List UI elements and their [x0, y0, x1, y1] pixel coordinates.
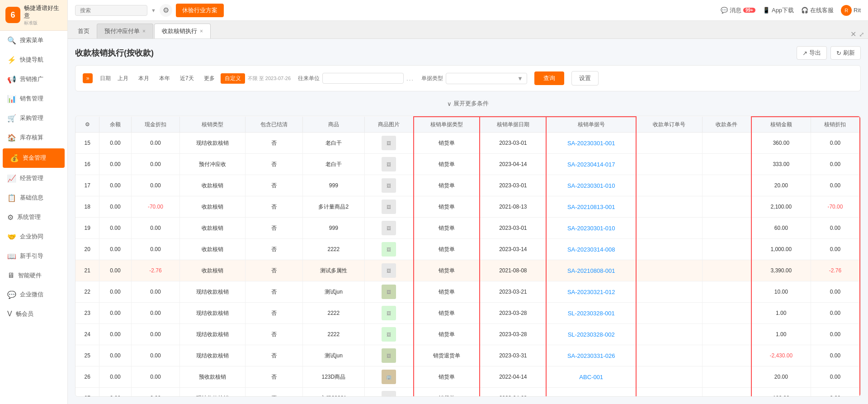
- date-custom[interactable]: 自定义: [221, 73, 245, 84]
- tab-receipts[interactable]: 收款核销执行 ×: [154, 24, 211, 38]
- date-more[interactable]: 更多: [200, 73, 219, 84]
- doc-no-link[interactable]: ABC-001: [579, 374, 603, 380]
- cell-receipt-order: [636, 175, 702, 196]
- cell-balance: 0.00: [99, 218, 131, 239]
- date-7-days[interactable]: 近7天: [176, 73, 198, 84]
- from-unit-input[interactable]: [322, 73, 404, 84]
- cell-included: 否: [245, 345, 302, 366]
- col-settings[interactable]: ⚙: [75, 117, 99, 133]
- sidebar-item-系统管理[interactable]: ⚙系统管理: [0, 208, 67, 227]
- cell-receipt-condition: [702, 154, 751, 175]
- goods-thumb: 🖼: [382, 136, 396, 150]
- sidebar-item-库存核算[interactable]: 🏠库存核算: [0, 128, 67, 147]
- app-download-action[interactable]: 📱 App下载: [763, 6, 794, 14]
- doc-no-link[interactable]: SA-20230314-008: [567, 246, 615, 253]
- cell-balance: 0.00: [99, 324, 131, 345]
- filter-settings-button[interactable]: 设置: [571, 71, 599, 86]
- doc-no-link[interactable]: SA-20230301-001: [567, 140, 615, 147]
- table-row: 27 0.00 0.00 现结收款核销 否 衣服00001 🖼 销货单 2023…: [75, 388, 860, 397]
- sidebar-item-资金管理[interactable]: 💰资金管理: [3, 148, 65, 168]
- cell-cash-discount: 0.00: [131, 366, 180, 388]
- sidebar-item-快捷导航[interactable]: ⚡快捷导航: [0, 50, 67, 70]
- cell-doc-type: 销货单: [414, 303, 480, 324]
- cell-id: 18: [75, 196, 99, 218]
- expand-more-conditions[interactable]: ∨ 展开更多条件: [75, 97, 861, 110]
- cell-receipt-order: [636, 388, 702, 397]
- cell-receipt-order: [636, 303, 702, 324]
- doc-no-link[interactable]: SA-20210813-001: [567, 204, 615, 210]
- cell-doc-date: 2023-04-08: [480, 388, 546, 397]
- sidebar-item-营销推广[interactable]: 📢营销推广: [0, 70, 67, 89]
- sidebar-item-智能硬件[interactable]: 🖥智能硬件: [0, 266, 67, 285]
- cell-receipt-condition: [702, 366, 751, 388]
- sidebar-item-畅会员[interactable]: V畅会员: [0, 304, 67, 323]
- sidebar-logo: 6 畅捷通谱好生意 标准版: [0, 0, 67, 31]
- maximize-icon[interactable]: ⤢: [859, 31, 864, 38]
- doc-no-link[interactable]: SA-20230301-010: [567, 182, 615, 189]
- cell-doc-date: 2023-03-14: [480, 239, 546, 260]
- doc-no-link[interactable]: SA-20230414-017: [567, 161, 615, 168]
- cell-verify-amount: 360.00: [751, 133, 811, 154]
- sidebar-item-基础信息[interactable]: 📋基础信息: [0, 188, 67, 208]
- user-action[interactable]: R Rit: [841, 5, 861, 16]
- doc-no-link[interactable]: SL-20230328-002: [568, 331, 615, 338]
- cell-doc-type: 销货单: [414, 133, 480, 154]
- sidebar-item-企业协同[interactable]: 🤝企业协同: [0, 227, 67, 247]
- single-type-select[interactable]: ▼: [446, 73, 527, 84]
- sidebar-item-企业微信[interactable]: 💬企业微信: [0, 285, 67, 304]
- cell-id: 23: [75, 303, 99, 324]
- date-last-month[interactable]: 上月: [113, 73, 132, 84]
- industry-solution-button[interactable]: 休验行业方案: [176, 4, 224, 17]
- filter-expand-button[interactable]: »: [83, 73, 93, 83]
- tab-prepaid[interactable]: 预付冲应付单 ×: [97, 24, 153, 38]
- sidebar-item-销售管理[interactable]: 📊销售管理: [0, 89, 67, 109]
- export-button[interactable]: ↗ 导出: [797, 46, 827, 60]
- sidebar-item-搜索菜单[interactable]: 🔍搜索菜单: [0, 31, 67, 50]
- query-button[interactable]: 查询: [534, 71, 564, 85]
- goods-thumb: 🖼: [382, 327, 396, 342]
- cell-cash-discount: 0.00: [131, 303, 180, 324]
- cell-goods-img: 🏢: [364, 366, 413, 388]
- doc-no-link[interactable]: SA-20230301-010: [567, 225, 615, 232]
- header-search-input[interactable]: [75, 5, 147, 16]
- sidebar-item-新手引导[interactable]: 📖新手引导: [0, 247, 67, 266]
- sidebar-item-经营管理[interactable]: 📈经营管理: [0, 169, 67, 188]
- cell-verify-type: 现结收款核销: [180, 345, 245, 366]
- cell-doc-no: SL-20230328-001: [546, 303, 636, 324]
- cell-included: 否: [245, 366, 302, 388]
- sidebar-icon: 💬: [7, 290, 16, 299]
- doc-no-link[interactable]: SA-20230321-012: [567, 289, 615, 295]
- close-icon[interactable]: ✕: [850, 30, 856, 38]
- online-service-action[interactable]: 🎧 在线客服: [801, 6, 834, 14]
- cell-verify-discount: 0.00: [811, 324, 860, 345]
- tab-home[interactable]: 首页: [71, 24, 96, 38]
- doc-no-link[interactable]: SA-20210808-001: [567, 267, 615, 274]
- cell-receipt-order: [636, 239, 702, 260]
- doc-no-link[interactable]: SL-20230408-001: [568, 395, 615, 397]
- doc-no-link[interactable]: SA-20230331-026: [567, 352, 615, 359]
- message-action[interactable]: 💬 消息 99+: [721, 6, 755, 14]
- cell-goods-img: 🖼: [364, 239, 413, 260]
- cell-id: 19: [75, 218, 99, 239]
- cell-receipt-order: [636, 154, 702, 175]
- date-this-year[interactable]: 本年: [155, 73, 174, 84]
- cell-verify-amount: 10.00: [751, 281, 811, 303]
- refresh-button[interactable]: ↻ 刷新: [830, 46, 861, 60]
- date-filter-group: 日期 上月 本月 本年 近7天 更多 自定义 不限 至 2023-07-26: [100, 73, 291, 84]
- app-icon: 📱: [763, 7, 770, 14]
- sidebar-icon: 📈: [7, 174, 16, 183]
- doc-no-link[interactable]: SL-20230328-001: [568, 310, 615, 317]
- cell-balance: 0.00: [99, 154, 131, 175]
- tab2-close-icon[interactable]: ×: [200, 28, 203, 34]
- cell-verify-amount: 100.00: [751, 388, 811, 397]
- date-this-month[interactable]: 本月: [134, 73, 153, 84]
- cell-verify-type: 收款核销: [180, 196, 245, 218]
- cell-goods: 999: [302, 218, 364, 239]
- tab1-close-icon[interactable]: ×: [142, 28, 146, 34]
- cell-goods-img: 🖼: [364, 218, 413, 239]
- cell-balance: 0.00: [99, 366, 131, 388]
- sidebar-item-采购管理[interactable]: 🛒采购管理: [0, 109, 67, 128]
- settings-icon[interactable]: ⚙: [160, 4, 172, 17]
- service-icon: 🎧: [801, 7, 808, 14]
- col-verify-discount: 核销折扣: [811, 117, 860, 133]
